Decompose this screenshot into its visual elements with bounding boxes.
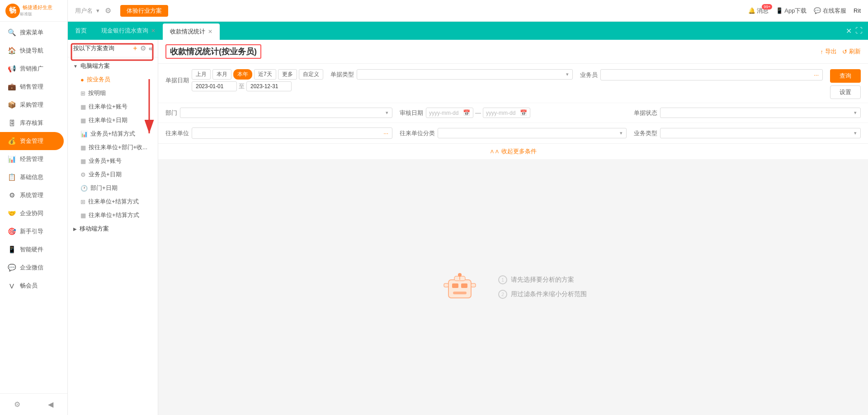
sidebar-item-purchase[interactable]: 📦 采购管理 (0, 96, 67, 114)
collapse-bar[interactable]: ∧∧ 收起更多条件 (158, 143, 868, 159)
settings-button[interactable]: 设置 (830, 85, 861, 99)
scheme-add-btn[interactable]: + (133, 44, 137, 52)
step-2-text: 用过滤条件来缩小分析范围 (511, 290, 587, 298)
sidebar-footer: ⚙ ◀ (0, 393, 67, 415)
sidebar-item-enterprise[interactable]: 🤝 企业协同 (0, 204, 67, 222)
partner-select[interactable]: ··· (192, 127, 392, 139)
purchase-icon: 📦 (7, 100, 16, 109)
partner-category-select[interactable]: ▾ (438, 128, 627, 138)
sidebar-item-finance[interactable]: 💰 资金管理 (0, 132, 64, 150)
content-area: 按以下方案查询 + ⚙ « ▼ 电脑端方案 (68, 40, 868, 415)
wechat-icon: 💬 (7, 263, 16, 272)
business-type-select[interactable]: ▾ (660, 128, 861, 138)
sidebar-item-basic-info[interactable]: 📋 基础信息 (0, 168, 67, 186)
refresh-button[interactable]: ↺ 刷新 (842, 47, 861, 56)
app-download-btn[interactable]: 📱 App下载 (776, 7, 807, 15)
topbar-gear-icon[interactable]: ⚙ (105, 6, 111, 15)
scheme-item-salesperson-settlement[interactable]: 📊 业务员+结算方式 (68, 127, 158, 141)
sidebar-item-operations[interactable]: 📊 经营管理 (0, 150, 67, 168)
salesperson-label: 业务员 (580, 71, 598, 79)
sidebar-label-sales: 销售管理 (20, 83, 43, 91)
tab-close-all-icon[interactable]: ✕ (846, 27, 852, 35)
scheme-item-salesperson-account[interactable]: ▦ 业务员+账号 (68, 154, 158, 168)
scheme-item-partner-date[interactable]: ▦ 往来单位+日期 (68, 113, 158, 127)
date-btn-last-month[interactable]: 上月 (192, 69, 211, 80)
sidebar-item-system[interactable]: ⚙ 系统管理 (0, 186, 67, 204)
scheme-collapse-btn[interactable]: « (149, 44, 152, 52)
date-range-buttons: 上月 本月 本年 近7天 更多 自定义 (192, 69, 323, 80)
sidebar-item-search-menu[interactable]: 🔍 搜索菜单 (0, 24, 67, 42)
sidebar-label-system: 系统管理 (20, 191, 43, 199)
sidebar-label-finance: 资金管理 (20, 137, 43, 145)
logo-text-area: 畅捷通好生意 标准版 (20, 4, 52, 17)
partner-more-btn[interactable]: ··· (383, 130, 388, 137)
date-to-input[interactable] (246, 81, 292, 91)
filter-salesperson-field: 业务员 ··· (580, 69, 823, 80)
tab-collection-stats-close[interactable]: ✕ (208, 28, 212, 35)
scheme-group-pc-title[interactable]: ▼ 电脑端方案 (68, 59, 158, 73)
operations-icon: 📊 (7, 155, 16, 164)
scheme-item-salesperson-date[interactable]: ⚙ 业务员+日期 (68, 168, 158, 181)
scheme-item-detail[interactable]: ⊞ 按明细 (68, 86, 158, 100)
sidebar-item-marketing[interactable]: 📢 营销推广 (0, 60, 67, 78)
salesperson-more-btn[interactable]: ··· (814, 71, 819, 78)
breadcrumb-arrow[interactable]: ▾ (96, 7, 99, 14)
filter-review-date-field: 审核日期 yyyy-mm-dd 📅 — yyyy-mm-dd 📅 (400, 108, 627, 118)
topbar-scheme-button[interactable]: 体验行业方案 (120, 5, 168, 17)
query-button[interactable]: 查询 (830, 69, 861, 83)
tab-home[interactable]: 首页 (68, 22, 94, 40)
scheme-item-salesperson[interactable]: ● 按业务员 (68, 73, 158, 86)
partner-account-icon: ▦ (80, 104, 86, 110)
scheme-item-partner-settlement1[interactable]: ⊞ 往来单位+结算方式 (68, 195, 158, 208)
tab-fullscreen-icon[interactable]: ⛶ (855, 27, 863, 35)
online-service-btn[interactable]: 💬 在线客服 (814, 7, 846, 15)
scheme-group-mobile-label: 移动端方案 (80, 225, 109, 233)
salesperson-select[interactable]: ··· (600, 69, 823, 80)
review-date-from-picker[interactable]: yyyy-mm-dd 📅 (426, 108, 473, 118)
sidebar: 畅 畅捷通好生意 标准版 🔍 搜索菜单 🏠 快捷导航 📢 营销推广 💼 (0, 0, 68, 415)
partner-dept-icon: ▦ (80, 144, 86, 151)
date-btn-custom[interactable]: 自定义 (299, 69, 323, 80)
voucher-status-select[interactable]: ▾ (660, 108, 861, 118)
scheme-panel-title: 按以下方案查询 (73, 44, 114, 52)
scheme-group-mobile-title[interactable]: ▶ 移动端方案 (68, 222, 158, 236)
page-header: 收款情况统计(按业务员) ↑ 导出 ↺ 刷新 (158, 40, 868, 64)
sidebar-item-guide[interactable]: 🎯 新手引导 (0, 222, 67, 241)
tab-bank-flow-close[interactable]: ✕ (151, 28, 156, 34)
sidebar-label-inventory: 库存核算 (20, 119, 43, 127)
svg-rect-2 (461, 283, 467, 288)
business-type-label: 业务类型 (634, 129, 657, 137)
notification-btn[interactable]: 🔔 消息 99+ (748, 7, 769, 15)
date-btn-this-year[interactable]: 本年 (233, 69, 252, 80)
export-button[interactable]: ↑ 导出 (821, 47, 837, 56)
review-date-to-picker[interactable]: yyyy-mm-dd 📅 (483, 108, 530, 118)
scheme-item-partner-settlement2[interactable]: ▦ 往来单位+结算方式 (68, 208, 158, 222)
scheme-item-partner-dept[interactable]: ▦ 按往来单位+部门+收... (68, 141, 158, 154)
tab-collection-stats[interactable]: 收款情况统计 ✕ (163, 24, 220, 40)
svg-rect-4 (444, 283, 448, 287)
scheme-item-dept-date[interactable]: 🕐 部门+日期 (68, 181, 158, 195)
sidebar-settings-btn[interactable]: ⚙ (10, 398, 24, 410)
sidebar-label-wechat: 企业微信 (20, 264, 43, 272)
sidebar-item-sales[interactable]: 💼 销售管理 (0, 78, 67, 96)
scheme-item-partner-account[interactable]: ▦ 往来单位+账号 (68, 100, 158, 113)
sidebar-collapse-btn[interactable]: ◀ (44, 398, 57, 410)
date-btn-more[interactable]: 更多 (278, 69, 297, 80)
sidebar-item-quick-nav[interactable]: 🏠 快捷导航 (0, 42, 67, 60)
review-date-from-calendar-icon: 📅 (463, 109, 470, 116)
scheme-group-pc-arrow: ▼ (73, 64, 78, 69)
tab-bank-flow[interactable]: 现金银行流水查询 ✕ (94, 22, 163, 40)
date-from-input[interactable] (192, 81, 237, 91)
sidebar-item-wechat[interactable]: 💬 企业微信 (0, 259, 67, 277)
date-btn-7days[interactable]: 近7天 (254, 69, 276, 80)
filter-partner-category-field: 往来单位分类 ▾ (400, 128, 627, 138)
sidebar-item-inventory[interactable]: 🗄 库存核算 (0, 114, 67, 132)
dept-select[interactable]: ▾ (180, 108, 392, 118)
date-btn-this-month[interactable]: 本月 (212, 69, 231, 80)
filter-business-type-field: 业务类型 ▾ (634, 128, 861, 138)
scheme-settings-btn[interactable]: ⚙ (140, 44, 146, 52)
sidebar-item-hardware[interactable]: 📱 智能硬件 (0, 241, 67, 259)
empty-steps: 1 请先选择要分析的方案 2 用过滤条件来缩小分析范围 (498, 275, 587, 299)
voucher-type-select[interactable]: ▾ (357, 69, 573, 80)
sidebar-item-member[interactable]: V 畅会员 (0, 277, 67, 295)
